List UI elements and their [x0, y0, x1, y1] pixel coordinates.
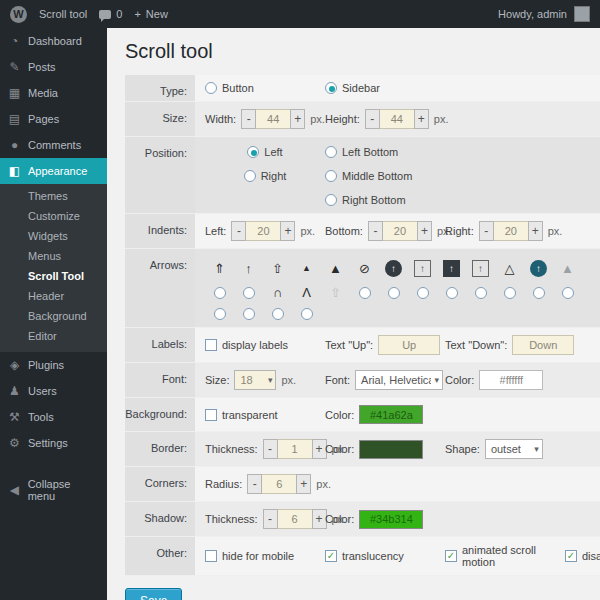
arrow-icon-11: △ — [505, 262, 515, 275]
width-increment-button[interactable]: + — [290, 109, 305, 129]
position-left-bottom-radio[interactable] — [325, 146, 337, 158]
arrow-style-radio[interactable] — [243, 287, 255, 299]
check-icon: ✓ — [447, 551, 455, 561]
indent-left-stepper: - + — [231, 221, 295, 241]
submenu-item-widgets[interactable]: Widgets — [0, 226, 107, 246]
indent-left-input[interactable] — [246, 221, 280, 241]
indent-bottom-input[interactable] — [383, 221, 417, 241]
type-button-radio[interactable] — [205, 82, 217, 94]
shadow-color-swatch[interactable]: #34b314 — [359, 510, 423, 529]
admin-bar-right: Howdy, admin — [498, 6, 590, 22]
font-family-select[interactable]: Arial, Helvetica, ▾ — [355, 370, 443, 390]
animated-scroll-checkbox[interactable]: ✓ — [445, 550, 457, 562]
corners-radius-unit: px. — [316, 478, 331, 490]
height-increment-button[interactable]: + — [414, 109, 429, 129]
comments-link[interactable]: 0 — [99, 8, 122, 20]
sidebar-item-dashboard[interactable]: ◔ Dashboard — [0, 28, 107, 54]
avatar[interactable] — [574, 6, 590, 22]
wordpress-logo-icon[interactable]: W — [10, 6, 27, 23]
sidebar-item-label: Comments — [28, 139, 81, 151]
submenu-item-themes[interactable]: Themes — [0, 186, 107, 206]
hide-for-mobile-checkbox[interactable] — [205, 550, 217, 562]
submenu-item-menus[interactable]: Menus — [0, 246, 107, 266]
submenu-item-editor[interactable]: Editor — [0, 326, 107, 346]
text-up-input[interactable] — [378, 335, 440, 355]
corners-radius-decrement-button[interactable]: - — [247, 474, 262, 494]
width-input[interactable] — [256, 109, 290, 129]
height-decrement-button[interactable]: - — [365, 109, 380, 129]
new-content-button[interactable]: + New — [134, 8, 167, 20]
text-down-input[interactable] — [512, 335, 574, 355]
shadow-thickness-decrement-button[interactable]: - — [263, 509, 278, 529]
arrow-style-radio[interactable] — [243, 308, 255, 320]
transparent-checkbox[interactable] — [205, 409, 217, 421]
arrow-style-radio[interactable] — [475, 287, 487, 299]
indent-bottom-increment-button[interactable]: + — [417, 221, 432, 241]
indent-left-decrement-button[interactable]: - — [231, 221, 246, 241]
display-labels-checkbox[interactable] — [205, 339, 217, 351]
type-sidebar-radio[interactable] — [325, 82, 337, 94]
collapse-menu-button[interactable]: ◀ Collapse menu — [0, 472, 107, 508]
position-right-radio[interactable] — [244, 170, 256, 182]
arrow-style-radio[interactable] — [301, 308, 313, 320]
font-color-input[interactable] — [479, 370, 543, 390]
row-label-border: Border: — [125, 432, 195, 467]
submenu-item-customize[interactable]: Customize — [0, 206, 107, 226]
arrow-icon-12-circle: ↑ — [530, 260, 547, 277]
corners-radius-increment-button[interactable]: + — [296, 474, 311, 494]
submenu-item-background[interactable]: Background — [0, 306, 107, 326]
collapse-arrow-icon: ◀ — [8, 483, 21, 497]
sidebar-item-pages[interactable]: ▤ Pages — [0, 106, 107, 132]
shadow-color-value: #34b314 — [370, 513, 413, 525]
arrow-style-radio[interactable] — [359, 287, 371, 299]
corners-radius-input[interactable] — [262, 474, 296, 494]
arrow-style-radio[interactable] — [533, 287, 545, 299]
site-name-link[interactable]: Scroll tool — [39, 8, 87, 20]
indent-bottom-decrement-button[interactable]: - — [368, 221, 383, 241]
arrow-style-radio[interactable] — [388, 287, 400, 299]
display-labels-label: display labels — [222, 339, 288, 351]
arrow-style-radio[interactable] — [272, 308, 284, 320]
sidebar-item-plugins[interactable]: ◈ Plugins — [0, 352, 107, 378]
sidebar-item-posts[interactable]: ✎ Posts — [0, 54, 107, 80]
sidebar-item-comments[interactable]: ● Comments — [0, 132, 107, 158]
save-button[interactable]: Save — [125, 588, 182, 600]
translucency-checkbox[interactable]: ✓ — [325, 550, 337, 562]
width-decrement-button[interactable]: - — [241, 109, 256, 129]
shadow-thickness-input[interactable] — [278, 509, 312, 529]
border-color-swatch[interactable] — [359, 440, 423, 459]
sidebar-item-settings[interactable]: ⚙ Settings — [0, 430, 107, 456]
arrow-style-radio[interactable] — [214, 308, 226, 320]
sidebar-item-users[interactable]: ♟ Users — [0, 378, 107, 404]
position-right-bottom-radio[interactable] — [325, 194, 337, 206]
border-shape-select[interactable]: outset ▾ — [485, 439, 543, 459]
background-color-swatch[interactable]: #41a62a — [359, 405, 423, 424]
type-sidebar-label: Sidebar — [342, 82, 380, 94]
submenu-item-scroll-tool[interactable]: Scroll Tool — [0, 266, 107, 286]
row-label-corners: Corners: — [125, 467, 195, 502]
indent-right-input[interactable] — [494, 221, 528, 241]
arrow-icon-6: ⊘ — [359, 262, 370, 275]
position-middle-bottom-radio[interactable] — [325, 170, 337, 182]
howdy-admin-link[interactable]: Howdy, admin — [498, 8, 567, 20]
indent-right-decrement-button[interactable]: - — [479, 221, 494, 241]
submenu-item-header[interactable]: Header — [0, 286, 107, 306]
indent-left-increment-button[interactable]: + — [280, 221, 295, 241]
sidebar-item-appearance[interactable]: ◧ Appearance — [0, 158, 107, 184]
sidebar-item-tools[interactable]: ⚒ Tools — [0, 404, 107, 430]
arrow-style-radio[interactable] — [214, 287, 226, 299]
border-thickness-decrement-button[interactable]: - — [263, 439, 278, 459]
disable-checkbox[interactable]: ✓ — [565, 550, 577, 562]
appearance-submenu: Themes Customize Widgets Menus Scroll To… — [0, 184, 107, 352]
sidebar-item-media[interactable]: ▦ Media — [0, 80, 107, 106]
arrow-style-radio[interactable] — [562, 287, 574, 299]
border-thickness-input[interactable] — [278, 439, 312, 459]
arrow-style-radio[interactable] — [446, 287, 458, 299]
position-left-radio[interactable] — [247, 146, 259, 158]
height-input[interactable] — [380, 109, 414, 129]
arrow-style-radio[interactable] — [504, 287, 516, 299]
font-size-select[interactable]: 18 ▾ — [234, 370, 276, 390]
admin-bar: W Scroll tool 0 + New Howdy, admin — [0, 0, 600, 28]
arrow-style-radio[interactable] — [417, 287, 429, 299]
indent-right-increment-button[interactable]: + — [528, 221, 543, 241]
